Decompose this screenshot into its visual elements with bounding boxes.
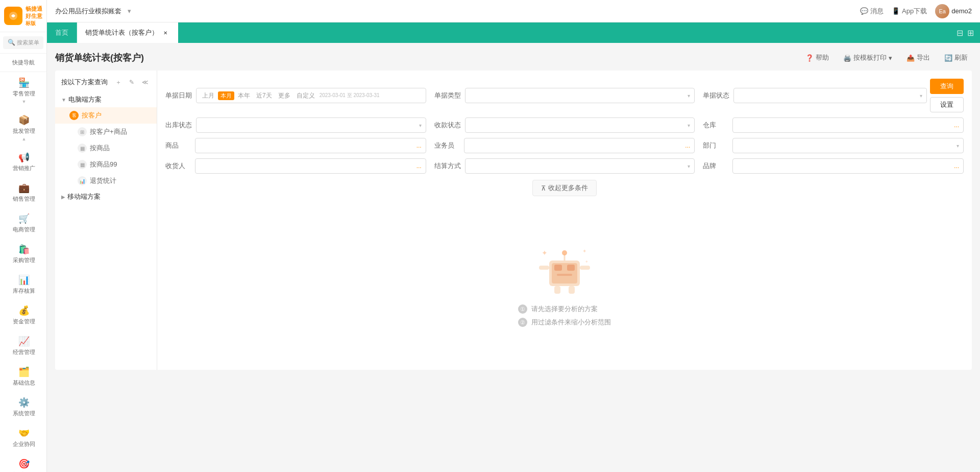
filter-doc-status: 单据状态 ▾ — [703, 88, 927, 103]
outbound-label: 出库状态 — [165, 121, 192, 130]
salesperson-select[interactable]: ... — [464, 138, 695, 153]
left-panel-actions: ＋ ✎ ≪ — [113, 77, 151, 88]
page-header: 销货单统计表(按客户) ❓ 帮助 🖨️ 按模板打印 ▾ 📤 导出 🔄 刷新 — [55, 51, 972, 64]
help-button[interactable]: ❓ 帮助 — [801, 51, 833, 64]
print-button[interactable]: 🖨️ 按模板打印 ▾ — [839, 51, 896, 64]
payment-status-select[interactable]: ▾ — [465, 117, 695, 133]
filter-date: 单据日期 上月 本月 本年 近7天 更多 自定义 2023-03-01 至 20… — [165, 88, 426, 103]
scheme-item-by-customer-goods[interactable]: ⊞ 按客户+商品 — [55, 124, 157, 140]
group-label: 移动端方案 — [67, 192, 101, 201]
export-button[interactable]: 📤 导出 — [902, 51, 934, 64]
svg-text:✦: ✦ — [585, 259, 589, 264]
minimize-button[interactable]: ⊟ — [957, 28, 963, 38]
add-scheme-button[interactable]: ＋ — [113, 77, 124, 88]
filter-doc-status-with-btn: 单据状态 ▾ 查询 设置 — [703, 79, 964, 112]
filter-department: 部门 ▾ — [703, 138, 964, 153]
query-button[interactable]: 查询 — [930, 79, 964, 94]
date-last-7[interactable]: 近7天 — [254, 90, 275, 101]
sidebar: 畅捷通好生意 标版 🔍 帮助 搜索菜单 快捷导航 🏪 零售管理 ▼ 📦 批发管理… — [0, 0, 47, 472]
chevron-down-icon3: ▾ — [419, 123, 422, 128]
scheme-item-by-goods[interactable]: ▦ 按商品 — [55, 140, 157, 156]
sidebar-item-inventory[interactable]: 📊 库存核算 — [0, 269, 46, 300]
quick-nav: 快捷导航 — [0, 54, 46, 72]
logo-icon — [4, 7, 22, 25]
newcomer-icon: 🎯 — [18, 458, 30, 469]
scheme-item-by-goods-99[interactable]: ▦ 按商品99 — [55, 156, 157, 173]
download-icon: 📱 — [892, 7, 900, 15]
sidebar-item-basics[interactable]: 🗂️ 基础信息 — [0, 361, 46, 392]
basics-icon: 🗂️ — [18, 366, 30, 377]
date-custom[interactable]: 自定义 — [294, 90, 317, 101]
settlement-select[interactable]: ▾ — [465, 158, 695, 174]
tab-home[interactable]: 首页 — [47, 22, 77, 43]
header-actions: 💬 消息 📱 App下载 Ea demo2 — [860, 4, 972, 18]
filter-actions: ⊼ 收起更多条件 — [165, 180, 964, 196]
customer-scheme-icon: 客 — [69, 111, 79, 120]
date-this-year[interactable]: 本年 — [235, 90, 253, 101]
scheme-item-by-customer[interactable]: 客 按客户 — [55, 107, 157, 124]
export-icon: 📤 — [906, 54, 915, 62]
step-num-1: ① — [518, 304, 527, 314]
svg-rect-6 — [539, 266, 549, 270]
sidebar-item-system[interactable]: ⚙️ 系统管理 — [0, 392, 46, 422]
date-last-month[interactable]: 上月 — [200, 90, 217, 101]
sidebar-item-purchase[interactable]: 🛍️ 采购管理 — [0, 239, 46, 269]
app-download-button[interactable]: 📱 App下载 — [892, 7, 927, 16]
print-icon: 🖨️ — [843, 54, 851, 62]
sidebar-item-finance[interactable]: 💰 资金管理 — [0, 300, 46, 331]
search-icon: 🔍 — [8, 39, 15, 46]
collapse-filters-button[interactable]: ⊼ 收起更多条件 — [532, 180, 597, 196]
warehouse-select[interactable]: ... — [732, 117, 964, 133]
sidebar-item-operations[interactable]: 📈 经营管理 — [0, 331, 46, 361]
empty-state: ✦ ✦ ✦ ① 请先选择要分析的方案 ② 用过滤条件来缩小分析范围 — [165, 204, 964, 362]
sidebar-item-cooperation[interactable]: 🤝 企业协同 — [0, 422, 46, 453]
date-label: 单据日期 — [165, 91, 192, 100]
collapse-panel-button[interactable]: ≪ — [139, 77, 151, 88]
maximize-button[interactable]: ⊞ — [967, 28, 974, 38]
scheme-group-mobile-header[interactable]: ▶ 移动端方案 — [55, 189, 157, 204]
refresh-button[interactable]: 🔄 刷新 — [940, 51, 972, 64]
sales-icon: 💼 — [18, 182, 30, 194]
settings-button[interactable]: 设置 — [930, 97, 964, 112]
search-menu-button[interactable]: 🔍 帮助 搜索菜单 — [3, 36, 43, 49]
filter-settlement: 结算方式 ▾ — [434, 158, 695, 174]
date-more[interactable]: 更多 — [276, 90, 293, 101]
messages-button[interactable]: 💬 消息 — [860, 7, 884, 16]
wholesale-icon: 📦 — [18, 114, 30, 126]
filter-payment-status: 收款状态 ▾ — [434, 117, 695, 133]
empty-illustration: ✦ ✦ ✦ — [534, 235, 595, 296]
sidebar-item-marketing[interactable]: 📢 营销推广 — [0, 147, 46, 177]
sidebar-item-newcomer[interactable]: 🎯 新手引导 — [0, 453, 46, 472]
scheme-item-return-stat[interactable]: 📊 退货统计 — [55, 173, 157, 189]
doc-status-select[interactable]: ▾ — [733, 88, 927, 103]
quick-nav-button[interactable]: 快捷导航 — [0, 57, 46, 68]
edit-scheme-button[interactable]: ✎ — [126, 77, 137, 88]
username: demo2 — [951, 7, 972, 15]
outbound-select[interactable]: ▾ — [196, 117, 426, 133]
doc-type-select[interactable]: ▾ — [465, 88, 695, 103]
brand-select[interactable]: ... — [732, 158, 964, 174]
scheme-group-desktop-header[interactable]: ▼ 电脑端方案 — [55, 92, 157, 107]
chevron-down-icon4: ▾ — [688, 123, 690, 128]
scheme-label: 退货统计 — [90, 176, 116, 185]
message-icon: 💬 — [860, 7, 868, 15]
sidebar-item-sales[interactable]: 💼 销售管理 — [0, 177, 46, 208]
avatar: Ea — [935, 4, 949, 18]
tab-sales-stat[interactable]: 销货单统计表（按客户） ✕ — [77, 22, 178, 43]
sidebar-item-ecommerce[interactable]: 🛒 电商管理 — [0, 208, 46, 239]
system-icon: ⚙️ — [18, 397, 30, 408]
sidebar-item-retail[interactable]: 🏪 零售管理 ▼ — [0, 72, 46, 109]
user-profile[interactable]: Ea demo2 — [935, 4, 972, 18]
goods-select[interactable]: ... — [195, 138, 426, 153]
filter-warehouse: 仓库 ... — [703, 117, 964, 133]
receiver-select[interactable]: ... — [195, 158, 426, 174]
sidebar-item-wholesale[interactable]: 📦 批发管理 ▲ — [0, 109, 46, 147]
breadcrumb-arrow: ▾ — [128, 7, 131, 15]
filter-area: 单据日期 上月 本月 本年 近7天 更多 自定义 2023-03-01 至 20… — [165, 79, 964, 174]
collapse-icon: ▼ — [61, 97, 66, 103]
cooperation-icon: 🤝 — [18, 428, 30, 439]
date-this-month[interactable]: 本月 — [218, 91, 234, 100]
tab-close-button[interactable]: ✕ — [161, 29, 169, 37]
print-arrow: ▾ — [889, 54, 892, 62]
department-select[interactable]: ▾ — [732, 138, 964, 153]
